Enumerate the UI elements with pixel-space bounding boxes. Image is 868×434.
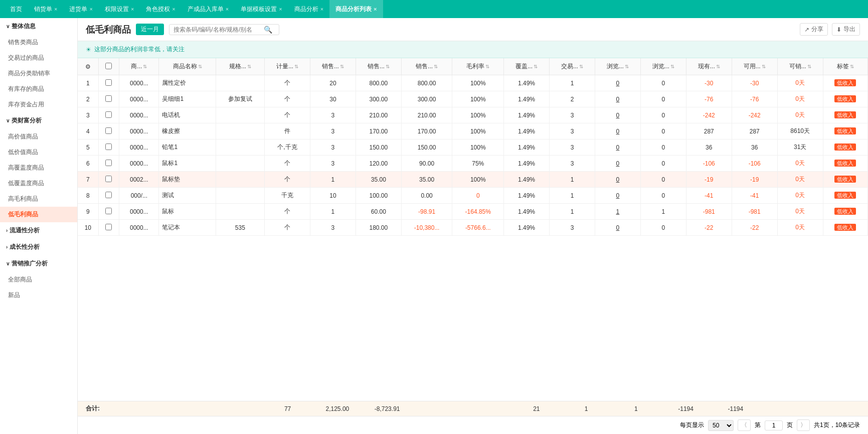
sidebar-item-low-margin[interactable]: 低毛利商品	[0, 207, 77, 222]
nav-home[interactable]: 首页	[4, 0, 28, 18]
col-gross-rate[interactable]: 毛利率⇅	[452, 58, 504, 75]
row-checkbox[interactable]	[98, 123, 119, 139]
nav-close-inbound[interactable]: ×	[226, 6, 229, 12]
row-browse1[interactable]: 0	[595, 75, 640, 91]
sidebar-group-wealth[interactable]: ∨ 类财富分析	[0, 112, 77, 129]
nav-template-settings[interactable]: 单据模板设置 ×	[235, 0, 288, 18]
row-checkbox[interactable]	[98, 139, 119, 156]
sidebar-group-growth[interactable]: › 成长性分析	[0, 239, 77, 255]
nav-role-auth[interactable]: 角色授权 ×	[140, 0, 181, 18]
row-name: 笔记本	[159, 220, 216, 236]
col-stock[interactable]: 现有...⇅	[686, 58, 732, 75]
nav-close-analysis[interactable]: ×	[320, 6, 323, 12]
row-browse1[interactable]: 0	[595, 188, 640, 204]
export-button[interactable]: ⬇ 导出	[832, 23, 860, 36]
row-check[interactable]	[105, 79, 112, 86]
filter-recent-month-button[interactable]: 近一月	[136, 24, 164, 35]
row-unit: 个	[264, 156, 310, 172]
row-checkbox[interactable]	[98, 75, 119, 91]
col-settings[interactable]: ⚙	[78, 58, 98, 75]
row-check[interactable]	[105, 192, 112, 198]
row-checkbox[interactable]	[98, 220, 119, 236]
sidebar-item-all-goods[interactable]: 全部商品	[0, 272, 77, 287]
share-button[interactable]: ↗ 分享	[800, 23, 828, 36]
row-browse1[interactable]: 1	[595, 204, 640, 220]
col-unit[interactable]: 计量...⇅	[264, 58, 310, 75]
prev-page-button[interactable]: 〈	[738, 419, 751, 431]
nav-close-purchase[interactable]: ×	[89, 6, 92, 12]
nav-sales-order[interactable]: 销货单 ×	[28, 0, 63, 18]
search-icon[interactable]: 🔍	[264, 26, 272, 34]
col-coverage[interactable]: 覆盖...⇅	[504, 58, 550, 75]
row-checkbox[interactable]	[98, 91, 119, 107]
row-check[interactable]	[105, 143, 112, 150]
nav-product-analysis[interactable]: 商品分析 ×	[288, 0, 329, 18]
col-spec[interactable]: 规格...⇅	[216, 58, 264, 75]
page-number-input[interactable]	[765, 420, 783, 430]
nav-permission-settings[interactable]: 权限设置 ×	[99, 0, 140, 18]
row-browse1[interactable]: 0	[595, 139, 640, 156]
row-name: 测试	[159, 188, 216, 204]
nav-close-analysis-list[interactable]: ×	[374, 6, 377, 12]
row-check[interactable]	[105, 176, 112, 182]
col-code[interactable]: 商...⇅	[119, 58, 159, 75]
row-check[interactable]	[105, 95, 112, 102]
sidebar-item-high-coverage[interactable]: 高覆盖度商品	[0, 160, 77, 176]
nav-product-inbound[interactable]: 产成品入库单 ×	[182, 0, 235, 18]
col-available[interactable]: 可用...⇅	[732, 58, 777, 75]
col-sales-qty[interactable]: 销售...⇅	[310, 58, 356, 75]
search-input[interactable]	[173, 26, 264, 33]
next-page-button[interactable]: 〉	[797, 419, 810, 431]
row-check[interactable]	[105, 208, 112, 214]
row-checkbox[interactable]	[98, 188, 119, 204]
sidebar-item-traded-goods[interactable]: 交易过的商品	[0, 50, 77, 66]
row-coverage: 1.49%	[504, 156, 550, 172]
sidebar-group-overall[interactable]: ∨ 整体信息	[0, 18, 77, 35]
nav-close-permission[interactable]: ×	[131, 6, 134, 12]
sidebar-item-stocked-goods[interactable]: 有库存的商品	[0, 81, 77, 97]
sidebar-item-high-margin[interactable]: 高毛利商品	[0, 191, 77, 207]
sidebar-item-new-goods[interactable]: 新品	[0, 287, 77, 303]
row-checkbox[interactable]	[98, 172, 119, 188]
nav-close-sales[interactable]: ×	[54, 6, 57, 12]
col-sellable[interactable]: 可销...⇅	[777, 58, 823, 75]
row-browse2: 0	[640, 107, 686, 123]
col-name[interactable]: 商品名称⇅	[159, 58, 216, 75]
col-browse2[interactable]: 浏览...⇅	[640, 58, 686, 75]
sidebar-item-high-value[interactable]: 高价值商品	[0, 129, 77, 144]
sidebar-item-sales-goods[interactable]: 销售类商品	[0, 35, 77, 50]
row-browse1[interactable]: 0	[595, 220, 640, 236]
page-size-select[interactable]: 50 100 200	[708, 420, 734, 431]
row-sellable: 31天	[777, 139, 823, 156]
row-checkbox[interactable]	[98, 156, 119, 172]
row-browse1[interactable]: 0	[595, 91, 640, 107]
row-browse1[interactable]: 0	[595, 156, 640, 172]
sidebar-item-category-rate[interactable]: 商品分类助销率	[0, 66, 77, 81]
col-tag[interactable]: 标签⇅	[823, 58, 867, 75]
col-transactions[interactable]: 交易...⇅	[550, 58, 595, 75]
row-checkbox[interactable]	[98, 107, 119, 123]
row-check[interactable]	[105, 127, 112, 134]
col-checkbox[interactable]	[98, 58, 119, 75]
row-check[interactable]	[105, 111, 112, 118]
sidebar-item-low-value[interactable]: 低价值商品	[0, 144, 77, 160]
row-browse1[interactable]: 0	[595, 123, 640, 139]
nav-close-role[interactable]: ×	[172, 6, 175, 12]
row-browse1[interactable]: 0	[595, 172, 640, 188]
col-browse1[interactable]: 浏览...⇅	[595, 58, 640, 75]
sidebar-item-capital-usage[interactable]: 库存资金占用	[0, 97, 77, 112]
select-all-checkbox[interactable]	[105, 63, 112, 69]
nav-close-template[interactable]: ×	[279, 6, 282, 12]
row-checkbox[interactable]	[98, 204, 119, 220]
nav-purchase-order[interactable]: 进货单 ×	[63, 0, 98, 18]
row-check[interactable]	[105, 224, 112, 230]
row-check[interactable]	[105, 160, 112, 166]
sidebar-group-circulation[interactable]: › 流通性分析	[0, 222, 77, 239]
sidebar-item-low-coverage[interactable]: 低覆盖度商品	[0, 176, 77, 191]
nav-product-analysis-list[interactable]: 商品分析列表 ×	[329, 0, 383, 18]
col-sales-amount[interactable]: 销售...⇅	[356, 58, 401, 75]
sidebar-group-marketing[interactable]: ∨ 营销推广分析	[0, 255, 77, 272]
col-sales-profit[interactable]: 销售...⇅	[401, 58, 452, 75]
row-stock: -76	[686, 91, 732, 107]
row-browse1[interactable]: 0	[595, 107, 640, 123]
